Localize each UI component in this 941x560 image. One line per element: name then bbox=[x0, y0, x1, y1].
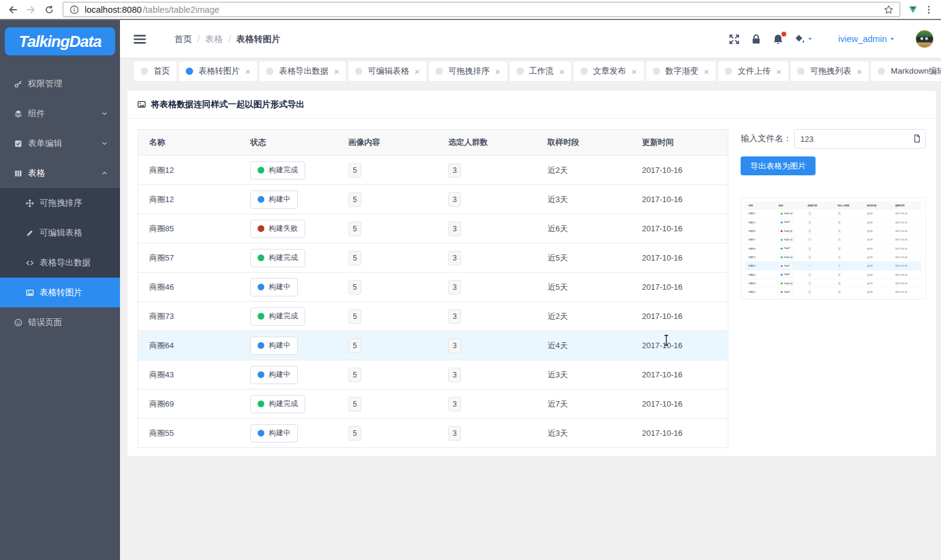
sidebar-submenu-tables: 可拖拽排序可编辑表格表格导出数据表格转图片 bbox=[0, 188, 120, 307]
close-icon[interactable]: × bbox=[415, 67, 420, 76]
tab-table2image[interactable]: 表格转图片× bbox=[179, 61, 257, 81]
key-icon bbox=[14, 80, 23, 88]
preview-people-tag: 3 bbox=[837, 212, 841, 216]
sidebar-item-editable-table[interactable]: 可编辑表格 bbox=[0, 218, 120, 248]
close-icon[interactable]: × bbox=[495, 67, 501, 76]
tab-number-gradient[interactable]: 数字渐变× bbox=[646, 61, 716, 81]
status-button[interactable]: 构建中 bbox=[250, 366, 298, 384]
sidebar-item-label: 表格转图片 bbox=[40, 287, 82, 298]
status-button[interactable]: 构建中 bbox=[250, 424, 298, 443]
tab-status-dot bbox=[580, 68, 588, 75]
sidebar-item-label: 表格 bbox=[28, 168, 45, 179]
pencil-icon bbox=[26, 229, 34, 237]
bookmark-star-icon[interactable] bbox=[884, 5, 893, 15]
sidebar-item-table-export-data[interactable]: 表格导出数据 bbox=[0, 248, 120, 278]
close-icon[interactable]: × bbox=[776, 67, 781, 76]
preview-cell-name: 商圈55 bbox=[745, 290, 775, 293]
tab-status-dot bbox=[516, 68, 524, 75]
preview-cell-update-time: 2017-10-16 bbox=[892, 291, 921, 293]
refresh-icon[interactable] bbox=[41, 2, 57, 18]
info-icon[interactable] bbox=[69, 5, 79, 15]
sidebar-item-tables[interactable]: 表格 bbox=[0, 158, 120, 188]
tab-workflow[interactable]: 工作流× bbox=[510, 61, 571, 81]
vue-devtools-icon[interactable] bbox=[908, 5, 918, 15]
avatar[interactable] bbox=[915, 30, 934, 48]
tab-table-export-data[interactable]: 表格导出数据× bbox=[259, 61, 346, 81]
sidebar-item-form-edit[interactable]: 表单编辑 bbox=[0, 128, 120, 158]
forward-arrow-icon[interactable] bbox=[23, 2, 39, 18]
tab-home[interactable]: 首页 bbox=[134, 61, 177, 81]
tab-status-dot bbox=[435, 68, 443, 75]
lock-icon[interactable] bbox=[750, 33, 762, 45]
back-arrow-icon[interactable] bbox=[5, 2, 21, 18]
browser-menu-dots-icon[interactable] bbox=[924, 5, 934, 15]
status-button[interactable]: 构建完成 bbox=[250, 161, 305, 180]
close-icon[interactable]: × bbox=[559, 67, 565, 76]
image-icon bbox=[137, 100, 146, 109]
tab-file-upload[interactable]: 文件上传× bbox=[718, 61, 788, 81]
close-icon[interactable]: × bbox=[857, 67, 862, 76]
status-button[interactable]: 构建中 bbox=[250, 191, 298, 209]
status-button[interactable]: 构建完成 bbox=[250, 307, 305, 326]
portrait-tag: 5 bbox=[348, 338, 361, 353]
tab-editable-table[interactable]: 可编辑表格× bbox=[348, 61, 426, 81]
cell-period: 近5天 bbox=[537, 282, 631, 293]
close-icon[interactable]: × bbox=[245, 67, 251, 76]
text-cursor bbox=[663, 335, 669, 346]
preview-status-button: 构建中 bbox=[778, 263, 792, 268]
status-button[interactable]: 构建中 bbox=[250, 278, 298, 296]
preview-people-tag: 3 bbox=[837, 255, 841, 259]
close-icon[interactable]: × bbox=[334, 67, 339, 76]
preview-status-label: 构建完成 bbox=[784, 212, 792, 215]
tab-drag-sort[interactable]: 可拖拽排序× bbox=[429, 61, 507, 81]
preview-cell-update-time: 2017-10-16 bbox=[892, 221, 921, 223]
preview-status-button: 构建中 bbox=[778, 289, 792, 295]
close-icon[interactable]: × bbox=[632, 67, 637, 76]
hamburger-menu-icon[interactable] bbox=[133, 32, 147, 46]
preview-portrait-tag: 5 bbox=[808, 237, 811, 242]
preview-cell-status: 构建中 bbox=[775, 263, 805, 268]
status-dot bbox=[258, 430, 264, 436]
status-label: 构建完成 bbox=[269, 399, 298, 409]
preview-cell-people: 3 bbox=[834, 220, 864, 225]
chevron-up-icon bbox=[101, 170, 108, 177]
tab-label: 表格导出数据 bbox=[279, 66, 328, 77]
preview-status-label: 构建中 bbox=[784, 247, 791, 250]
sidebar-item-auth-manage[interactable]: 权限管理 bbox=[0, 69, 120, 99]
tab-markdown-editor[interactable]: Markdown编辑器× bbox=[871, 61, 941, 81]
breadcrumb-home[interactable]: 首页 bbox=[174, 33, 192, 45]
cell-period: 近3天 bbox=[537, 194, 631, 205]
tab-label: 可拖拽排序 bbox=[448, 66, 490, 77]
preview-cell-period: 近3天 bbox=[864, 221, 892, 224]
close-icon[interactable]: × bbox=[704, 67, 710, 76]
sidebar-item-error-page[interactable]: 错误页面 bbox=[0, 307, 120, 337]
status-button[interactable]: 构建完成 bbox=[250, 249, 305, 267]
status-dot bbox=[258, 225, 264, 232]
app-header: 首页 / 表格 / 表格转图片 iview_admin bbox=[120, 20, 941, 58]
url-bar[interactable]: localhost:8080 /tables/table2image bbox=[63, 2, 900, 17]
export-table-button[interactable]: 导出表格为图片 bbox=[741, 156, 816, 175]
theme-switcher[interactable] bbox=[794, 33, 813, 45]
status-label: 构建中 bbox=[269, 194, 291, 205]
app-logo[interactable]: TalkingData bbox=[5, 27, 115, 55]
tab-article-publish[interactable]: 文章发布× bbox=[574, 61, 644, 81]
tab-drag-list[interactable]: 可拖拽列表× bbox=[791, 61, 869, 81]
preview-cell-status: 构建完成 bbox=[775, 254, 805, 260]
sidebar-item-table-to-image[interactable]: 表格转图片 bbox=[0, 278, 120, 307]
status-button[interactable]: 构建中 bbox=[250, 337, 298, 355]
notification-bell-icon[interactable] bbox=[772, 33, 784, 45]
sidebar-item-drag-sort[interactable]: 可拖拽排序 bbox=[0, 188, 120, 218]
preview-status-button: 构建完成 bbox=[778, 211, 795, 217]
filename-input[interactable] bbox=[794, 129, 926, 149]
fullscreen-icon[interactable] bbox=[728, 33, 740, 45]
preview-status-dot bbox=[781, 212, 783, 214]
sidebar: TalkingData 权限管理组件表单编辑表格可拖拽排序可编辑表格表格导出数据… bbox=[0, 20, 120, 560]
status-button[interactable]: 构建完成 bbox=[250, 395, 305, 413]
user-menu[interactable]: iview_admin bbox=[838, 34, 895, 44]
preview-table-header: 名称状态画像内容选定人群数取样时段更新时间 bbox=[745, 201, 921, 209]
status-button[interactable]: 构建失败 bbox=[250, 220, 305, 238]
breadcrumb-tables[interactable]: 表格 bbox=[205, 33, 223, 45]
sidebar-item-components[interactable]: 组件 bbox=[0, 99, 120, 128]
preview-cell-name: 商圈46 bbox=[745, 247, 775, 250]
cell-period: 近4天 bbox=[537, 340, 631, 351]
